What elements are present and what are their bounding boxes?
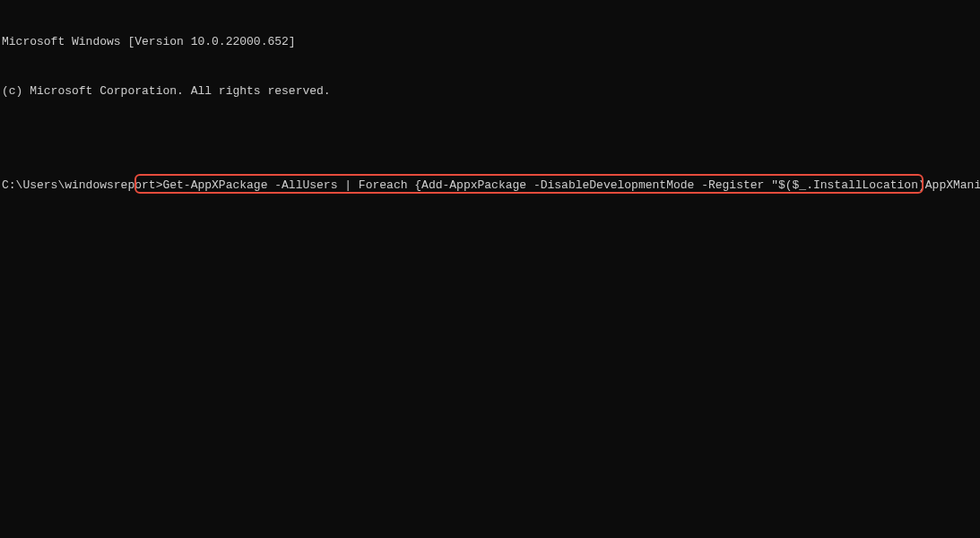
prompt-text: C:\Users\windowsreport> — [2, 178, 162, 194]
blank-line — [2, 133, 980, 145]
version-line: Microsoft Windows [Version 10.0.22000.65… — [2, 34, 980, 50]
command-text: Get-AppXPackage -AllUsers | Foreach {Add… — [162, 178, 980, 194]
copyright-line: (c) Microsoft Corporation. All rights re… — [2, 83, 980, 100]
command-line[interactable]: C:\Users\windowsreport>Get-AppXPackage -… — [2, 178, 980, 194]
terminal-output[interactable]: Microsoft Windows [Version 10.0.22000.65… — [0, 2, 980, 210]
